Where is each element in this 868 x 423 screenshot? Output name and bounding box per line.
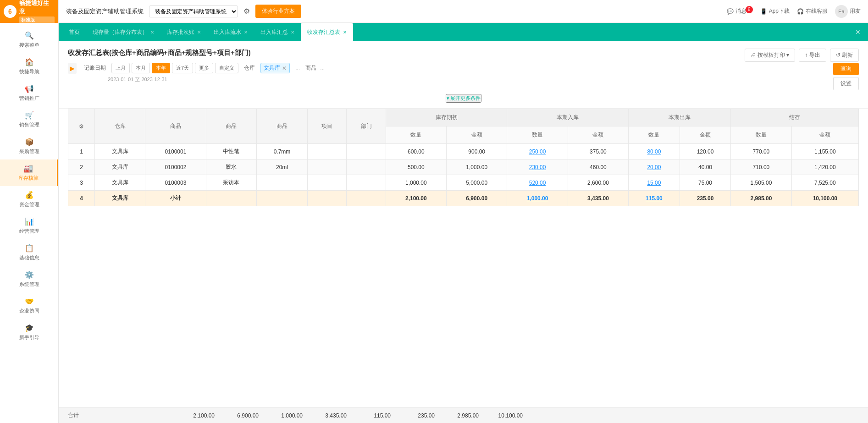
logo-text: 畅捷通好生意 标准版: [19, 0, 55, 24]
tab-home[interactable]: 首页: [62, 23, 86, 41]
date-filter-label: 记账日期: [84, 64, 106, 72]
date-btn-last-month[interactable]: 上月: [111, 63, 130, 73]
subtotal-no: 4: [68, 191, 95, 206]
subtotal-out-qty[interactable]: 115.00: [629, 191, 680, 206]
th-out-amt: 金额: [680, 126, 731, 144]
subtotal-row: 4 文具库 小计 2,100.00 6,900.00 1,000.00 3,43…: [68, 191, 859, 206]
th-closing-amt: 金额: [791, 126, 858, 144]
tab-close-stock-summary[interactable]: ✕: [343, 30, 347, 35]
filter-toggle[interactable]: ▶: [68, 63, 77, 74]
th-in-amt: 金额: [568, 126, 628, 144]
print-btn[interactable]: 🖨 按模板打印 ▾: [745, 49, 796, 62]
tab-close-all-btn[interactable]: ✕: [851, 28, 864, 36]
sidebar-item-system[interactable]: ⚙️ 系统管理: [0, 266, 58, 292]
sidebar-item-cooperation[interactable]: 🤝 企业协同: [0, 292, 58, 319]
subtotal-in-qty[interactable]: 1,000.00: [507, 191, 568, 206]
tab-close-inventory-dist[interactable]: ✕: [150, 30, 154, 35]
goods-more-btn[interactable]: ...: [320, 65, 325, 71]
system-icon: ⚙️: [25, 270, 34, 279]
row2-goods-spec: 20ml: [256, 159, 308, 175]
sidebar-item-quicknav[interactable]: 🏠 快捷导航: [0, 53, 58, 80]
row2-out-qty[interactable]: 20.00: [629, 159, 680, 175]
sidebar-item-finance[interactable]: 💰 资金管理: [0, 186, 58, 213]
app-download-item[interactable]: 📱 App下载: [760, 7, 790, 15]
row3-project: [308, 175, 347, 191]
expand-row: ▾ 展开更多条件: [68, 94, 859, 103]
tab-inventory-dist[interactable]: 现存量（库存分布表） ✕: [86, 23, 160, 41]
date-btn-7days[interactable]: 近7天: [172, 63, 193, 73]
tab-stock-summary[interactable]: 收发存汇总表 ✕: [301, 23, 353, 41]
th-warehouse: 仓库: [95, 109, 145, 144]
row3-warehouse: 文具库: [95, 175, 145, 191]
basic-icon: 📋: [25, 244, 34, 253]
sidebar-item-marketing[interactable]: 📢 营销推广: [0, 80, 58, 106]
row3-closing-amt: 7,525.00: [791, 175, 858, 191]
print-icon: 🖨: [751, 52, 756, 58]
row2-no: 2: [68, 159, 95, 175]
system-selector[interactable]: 装备及固定资产辅助管理系统: [149, 5, 238, 17]
tab-inout-summary[interactable]: 出入库汇总 ✕: [254, 23, 301, 41]
row1-in-qty[interactable]: 250.00: [507, 144, 568, 159]
row2-out-amt: 40.00: [680, 159, 731, 175]
user-item[interactable]: Ea 用友: [835, 5, 861, 18]
sidebar-item-purchase[interactable]: 📦 采购管理: [0, 133, 58, 159]
topbar-right: 💬 消息 6 📱 App下载 🎧 在线客服 Ea 用友: [727, 5, 861, 18]
refresh-btn[interactable]: ↺ 刷新: [830, 49, 859, 62]
settings-btn[interactable]: 设置: [833, 77, 859, 90]
row1-in-amt: 375.00: [568, 144, 628, 159]
row3-out-qty[interactable]: 15.00: [629, 175, 680, 191]
tab-close-inout-flow[interactable]: ✕: [244, 30, 248, 35]
row1-goods-spec: 0.7mm: [256, 144, 308, 159]
row2-in-qty[interactable]: 230.00: [507, 159, 568, 175]
online-service-item[interactable]: 🎧 在线客服: [797, 7, 828, 15]
tab-close-inout-summary[interactable]: ✕: [291, 30, 294, 35]
filter-body: 记账日期 上月 本月 本年 近7天 更多 自定义 仓库 文具库: [84, 63, 826, 83]
total-label: 合计: [68, 412, 79, 419]
warehouse-more-btn[interactable]: ...: [295, 65, 300, 71]
sidebar-item-basic[interactable]: 📋 基础信息: [0, 239, 58, 266]
row3-in-qty[interactable]: 520.00: [507, 175, 568, 191]
tab-batch[interactable]: 库存批次账 ✕: [160, 23, 207, 41]
finance-icon: 💰: [25, 191, 34, 199]
date-filter: 上月 本月 本年 近7天 更多 自定义: [111, 63, 238, 73]
warehouse-remove-btn[interactable]: ✕: [282, 65, 287, 71]
filter-toggle-icon: ▶: [70, 65, 75, 72]
date-btn-this-month[interactable]: 本月: [132, 63, 150, 73]
experience-btn[interactable]: 体验行业方案: [255, 5, 301, 18]
th-goods-spec: 商品: [256, 109, 308, 144]
sidebar-item-inventory[interactable]: 🏭 库存核算: [0, 159, 58, 186]
filter-section: ▶ 记账日期 上月 本月 本年 近7天 更多 自定义: [68, 63, 859, 90]
sidebar-item-operations[interactable]: 📊 经营管理: [0, 213, 58, 239]
notification-badge: 6: [746, 6, 753, 13]
inventory-icon: 🏭: [24, 164, 33, 173]
row2-closing-amt: 1,420.00: [791, 159, 858, 175]
sidebar-item-search[interactable]: 🔍 搜索菜单: [0, 27, 58, 53]
gear-icon[interactable]: ⚙: [243, 7, 250, 16]
row3-opening-qty: 1,000.00: [386, 175, 446, 191]
goods-filter: 商品 ...: [305, 64, 325, 72]
total-closing-amt: 10,100.00: [486, 412, 523, 419]
row3-no: 3: [68, 175, 95, 191]
export-btn[interactable]: ↑ 导出: [799, 49, 826, 62]
date-btn-custom[interactable]: 自定义: [215, 63, 238, 73]
summary-table: ⚙ 仓库 商品 商品 商品 项目 部门 库存期初 本期入库 本期出库 结存 数量: [68, 109, 859, 206]
date-btn-more[interactable]: 更多: [195, 63, 213, 73]
sidebar-item-newbie[interactable]: 🎓 新手引导: [0, 319, 58, 346]
total-in-amt: 3,435.00: [310, 412, 347, 419]
tab-close-batch[interactable]: ✕: [197, 30, 201, 35]
notification-item[interactable]: 💬 消息 6: [727, 7, 753, 15]
table-row: 2 文具库 0100002 胶水 20ml 500.00 1,000.00 23…: [68, 159, 859, 175]
row2-goods-code: 0100002: [145, 159, 206, 175]
date-btn-this-year[interactable]: 本年: [152, 63, 170, 73]
th-settings[interactable]: ⚙: [68, 109, 95, 144]
row2-department: [347, 159, 386, 175]
tab-inout-flow[interactable]: 出入库流水 ✕: [207, 23, 254, 41]
sidebar-logo: 6 畅捷通好生意 标准版: [0, 0, 58, 23]
sidebar-item-sales[interactable]: 🛒 销售管理: [0, 106, 58, 133]
goods-label: 商品: [305, 64, 316, 72]
query-btn[interactable]: 查询: [833, 63, 859, 75]
row1-no: 1: [68, 144, 95, 159]
th-opening-group: 库存期初: [386, 109, 507, 126]
expand-conditions-btn[interactable]: ▾ 展开更多条件: [446, 94, 481, 103]
row1-out-qty[interactable]: 80.00: [629, 144, 680, 159]
